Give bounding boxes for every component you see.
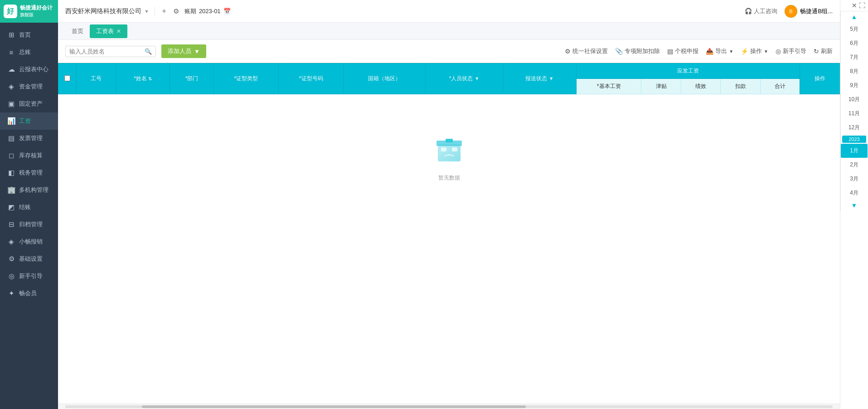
calendar-icon[interactable]: 📅 <box>223 8 231 15</box>
sidebar-item-inventory[interactable]: ◻ 库存核算 <box>0 147 58 164</box>
social-security-icon: ⚙ <box>565 48 571 55</box>
sidebar-item-fixed-assets[interactable]: ▣ 固定资产 <box>0 95 58 112</box>
expense-icon: ◈ <box>7 238 15 246</box>
sidebar-nav: ⊞ 首页 ≡ 总账 ☁ 云报表中心 ◈ 资金管理 ▣ 固定资产 📊 工资 ▤ 发… <box>0 23 58 409</box>
toolbar-actions: ⚙ 统一社保设置 📎 专项附加扣除 ▤ 个税申报 📤 导出 ▼ ⚡ <box>565 47 833 55</box>
sidebar-item-home[interactable]: ⊞ 首页 <box>0 26 58 44</box>
operation-label: 操作 <box>750 47 762 55</box>
month-item-2022-05[interactable]: 5月 <box>841 22 868 36</box>
sidebar: 好 畅捷通好会计 旗舰版 ⊞ 首页 ≡ 总账 ☁ 云报表中心 ◈ 资金管理 ▣ … <box>0 0 58 409</box>
sidebar-item-guide[interactable]: ◎ 新手引导 <box>0 268 58 285</box>
add-person-label: 添加人员 <box>168 47 191 55</box>
guide-action[interactable]: ◎ 新手引导 <box>776 47 806 55</box>
sidebar-item-cloud-report[interactable]: ☁ 云报表中心 <box>0 61 58 78</box>
tab-payroll-table[interactable]: 工资表 ✕ <box>90 24 127 38</box>
add-person-button[interactable]: 添加人员 ▼ <box>161 44 206 58</box>
add-company-icon[interactable]: ＋ <box>160 6 168 16</box>
logo-icon: 好 <box>4 5 17 18</box>
sidebar-item-expense[interactable]: ◈ 小畅报销 <box>0 233 58 250</box>
th-salary-detail: 应发工资 <box>577 63 800 79</box>
tab-home[interactable]: 首页 <box>65 24 90 38</box>
sidebar-item-payroll[interactable]: 📊 工资 <box>0 112 58 130</box>
horizontal-scrollbar[interactable] <box>58 404 840 409</box>
refresh-action[interactable]: ↻ 刷新 <box>814 47 833 55</box>
month-item-2023-02[interactable]: 2月 <box>841 158 868 172</box>
month-item-2022-08[interactable]: 8月 <box>841 64 868 78</box>
month-item-2022-10[interactable]: 10月 <box>841 93 868 107</box>
invoice-icon: ▤ <box>7 134 15 142</box>
search-box[interactable]: 🔍 <box>65 46 156 57</box>
topbar-right: 🎧 人工咨询 B 畅捷通B组... <box>745 5 833 18</box>
sidebar-item-tax[interactable]: ◧ 税务管理 <box>0 164 58 181</box>
company-name: 西安虾米网络科技有限公司 <box>65 7 141 15</box>
app-logo: 好 畅捷通好会计 旗舰版 <box>0 0 58 23</box>
month-item-2022-07[interactable]: 7月 <box>841 50 868 64</box>
scroll-thumb[interactable] <box>142 405 526 408</box>
sidebar-item-ledger[interactable]: ≡ 总账 <box>0 44 58 61</box>
expand-panel-icon[interactable]: ⛶ <box>859 2 865 9</box>
export-icon: 📤 <box>706 48 713 55</box>
month-nav-up[interactable]: ▲ <box>849 11 859 22</box>
guide-toolbar-icon: ◎ <box>776 48 781 55</box>
month-item-2022-12[interactable]: 12月 <box>841 121 868 135</box>
scroll-track[interactable] <box>65 405 833 408</box>
sidebar-item-label: 总账 <box>19 48 31 56</box>
sidebar-item-label: 发票管理 <box>19 134 43 142</box>
right-panel: ✕ ⛶ ▲ 5月 6月 7月 8月 9月 10月 11月 12月 2023 1月… <box>840 0 868 409</box>
tax-report-action[interactable]: ▤ 个税申报 <box>667 47 698 55</box>
month-item-2022-11[interactable]: 11月 <box>841 107 868 121</box>
sidebar-item-settings[interactable]: ⚙ 基础设置 <box>0 250 58 268</box>
avatar: B <box>785 5 797 18</box>
month-nav-down[interactable]: ▼ <box>849 200 859 211</box>
close-accounts-icon: ◩ <box>7 203 15 211</box>
sidebar-item-multi-org[interactable]: 🏢 多机构管理 <box>0 181 58 199</box>
help-button[interactable]: 🎧 人工咨询 <box>745 7 777 15</box>
month-item-2022-06[interactable]: 6月 <box>841 36 868 50</box>
operation-action[interactable]: ⚡ 操作 ▼ <box>741 47 768 55</box>
sidebar-item-member[interactable]: ✦ 畅会员 <box>0 285 58 302</box>
svg-rect-2 <box>438 144 461 161</box>
deduction-action[interactable]: 📎 专项附加扣除 <box>615 47 660 55</box>
settings-icon: ⚙ <box>7 255 15 263</box>
month-item-2023-04[interactable]: 4月 <box>841 186 868 200</box>
search-input[interactable] <box>69 48 142 55</box>
month-item-2023-03[interactable]: 3月 <box>841 172 868 186</box>
tab-close-icon[interactable]: ✕ <box>116 28 121 34</box>
sidebar-item-archive[interactable]: ⊟ 归档管理 <box>0 216 58 233</box>
sidebar-item-label: 结账 <box>19 203 31 211</box>
th-dept: *部门 <box>170 63 214 94</box>
th-action: 操作 <box>800 63 840 94</box>
month-item-2023-01[interactable]: 1月 <box>841 144 868 158</box>
export-chevron-icon: ▼ <box>729 49 733 54</box>
guide-label: 新手引导 <box>783 47 806 55</box>
user-menu[interactable]: B 畅捷通B组... <box>785 5 833 18</box>
th-total: 合计 <box>760 79 800 94</box>
status-filter-icon[interactable]: ▼ <box>475 76 480 81</box>
close-panel-icon[interactable]: ✕ <box>852 2 857 9</box>
year-badge-2023: 2023 <box>842 136 866 143</box>
th-check[interactable] <box>58 63 77 94</box>
ledger-icon: ≡ <box>7 49 15 56</box>
company-settings-icon[interactable]: ⚙ <box>173 7 179 15</box>
th-status: *人员状态 ▼ <box>426 63 503 94</box>
select-all-checkbox[interactable] <box>64 75 70 81</box>
sidebar-item-label: 资金管理 <box>19 83 43 91</box>
tax-icon: ◧ <box>7 169 15 177</box>
sidebar-item-label: 基础设置 <box>19 255 43 263</box>
company-selector[interactable]: 西安虾米网络科技有限公司 ▼ <box>65 7 149 15</box>
empty-state: 暂无数据 <box>58 94 840 218</box>
svg-rect-3 <box>441 147 446 151</box>
th-emp-no: 工号 <box>77 63 116 94</box>
social-security-action[interactable]: ⚙ 统一社保设置 <box>565 47 608 55</box>
month-item-2022-09[interactable]: 9月 <box>841 78 868 93</box>
assets-icon: ▣ <box>7 100 15 108</box>
th-basic-salary: *基本工资 <box>577 79 641 94</box>
report-filter-icon[interactable]: ▼ <box>549 76 554 81</box>
sidebar-item-invoice[interactable]: ▤ 发票管理 <box>0 130 58 147</box>
export-action[interactable]: 📤 导出 ▼ <box>706 47 733 55</box>
chevron-down-icon: ▼ <box>144 9 149 14</box>
th-deduct: 扣款 <box>721 79 761 94</box>
sidebar-item-close-accounts[interactable]: ◩ 结账 <box>0 199 58 216</box>
sidebar-item-funds[interactable]: ◈ 资金管理 <box>0 78 58 95</box>
period-selector[interactable]: 账期 2023-01 📅 <box>184 7 231 15</box>
